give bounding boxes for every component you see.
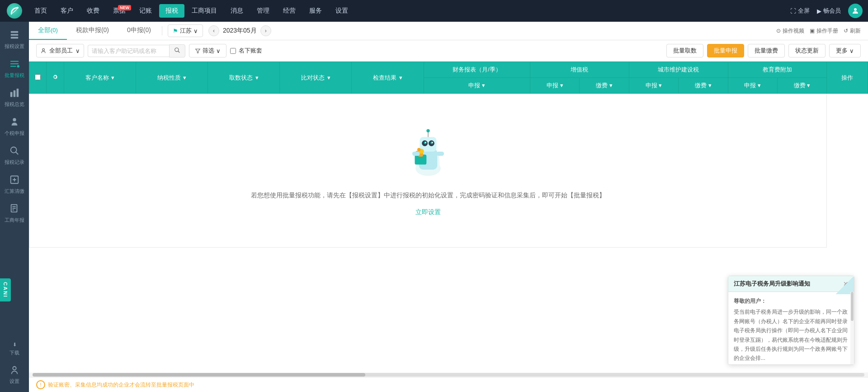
sidebar-bottom: ⬇ 下载 设置 bbox=[8, 338, 21, 392]
th-filter-city-declare[interactable]: ▾ bbox=[659, 82, 662, 89]
app-logo[interactable] bbox=[5, 2, 24, 20]
search-button[interactable] bbox=[169, 44, 185, 57]
svg-rect-5 bbox=[10, 61, 19, 62]
sidebar-label-batch-tax: 批量报税 bbox=[5, 72, 24, 79]
nav-tax[interactable]: 报税 bbox=[159, 4, 184, 18]
accounts-checkbox-wrap: 名下账套 bbox=[230, 47, 262, 55]
province-select[interactable]: ⚑ 江苏 ∨ bbox=[168, 24, 203, 37]
tax-records-icon bbox=[9, 146, 19, 157]
svg-rect-41 bbox=[412, 152, 420, 156]
status-update-btn[interactable]: 状态更新 bbox=[788, 44, 826, 57]
personal-tax-icon bbox=[9, 117, 19, 128]
sidebar: 报税设置 批量报税 报税总览 个税申报 报税记录 bbox=[0, 22, 29, 392]
prev-month-btn[interactable]: ‹ bbox=[208, 25, 219, 36]
th-edu-declare: 申报 ▾ bbox=[728, 78, 777, 94]
batch-declare-btn[interactable]: 批量申报 bbox=[707, 44, 744, 57]
sidebar-item-annual-report[interactable]: 工商年报 bbox=[0, 199, 29, 228]
sidebar-item-tax-settings[interactable]: 报税设置 bbox=[0, 25, 29, 54]
th-filter-city-pay[interactable]: ▾ bbox=[708, 82, 712, 89]
tax-overview-icon bbox=[9, 88, 19, 99]
batch-tax-icon bbox=[9, 59, 19, 70]
nav-manage[interactable]: 管理 bbox=[250, 4, 276, 18]
accounts-checkbox[interactable] bbox=[230, 48, 236, 54]
nav-service[interactable]: 服务 bbox=[303, 4, 328, 18]
employee-chevron-icon: ∨ bbox=[75, 48, 80, 54]
th-education: 教育费附加 bbox=[728, 62, 827, 78]
tab-all[interactable]: 全部(0) bbox=[29, 22, 67, 40]
th-gear bbox=[47, 62, 64, 94]
notification-scrollbar[interactable] bbox=[850, 292, 854, 364]
th-filter-edu-declare[interactable]: ▾ bbox=[758, 82, 761, 89]
nav-settings[interactable]: 设置 bbox=[329, 4, 354, 18]
svg-point-21 bbox=[42, 48, 45, 51]
next-month-btn[interactable]: › bbox=[260, 25, 271, 36]
th-filter-vat-declare[interactable]: ▾ bbox=[560, 82, 563, 89]
th-edu-pay: 缴费 ▾ bbox=[777, 78, 826, 94]
svg-rect-7 bbox=[10, 66, 16, 67]
scrollbar-thumb[interactable] bbox=[33, 373, 365, 377]
nav-operation[interactable]: 经营 bbox=[277, 4, 302, 18]
fullscreen-icon: ⛶ bbox=[790, 8, 796, 14]
svg-point-13 bbox=[11, 147, 17, 153]
employee-select[interactable]: 全部员工 ∨ bbox=[36, 44, 84, 57]
member-label: 畅会员 bbox=[823, 7, 841, 15]
search-icon bbox=[174, 47, 180, 53]
batch-fetch-btn[interactable]: 批量取数 bbox=[666, 44, 703, 57]
tab-all-label: 全部 bbox=[38, 26, 51, 33]
user-avatar[interactable] bbox=[848, 4, 863, 18]
nav-accounting[interactable]: 记账 bbox=[133, 4, 158, 18]
th-check-label: 检查结果 bbox=[373, 74, 396, 81]
th-filter-icon-tax[interactable]: ▾ bbox=[183, 74, 186, 81]
th-filter-edu-pay[interactable]: ▾ bbox=[807, 82, 810, 89]
sidebar-item-batch-tax[interactable]: 批量报税 bbox=[0, 54, 29, 83]
sidebar-item-personal-tax[interactable]: 个税申报 bbox=[0, 112, 29, 141]
nav-home[interactable]: 首页 bbox=[28, 4, 53, 18]
nav-message[interactable]: 消息 bbox=[224, 4, 250, 18]
svg-rect-4 bbox=[11, 37, 19, 39]
sidebar-download[interactable]: ⬇ 下载 bbox=[8, 338, 21, 360]
cani-badge[interactable]: CANI bbox=[0, 278, 11, 301]
th-action: 操作 bbox=[827, 62, 868, 94]
th-filter-icon-customer[interactable]: ▾ bbox=[111, 74, 114, 81]
th-filter-icon-compare[interactable]: ▾ bbox=[327, 74, 330, 81]
operation-manual-btn[interactable]: ▣ 操作手册 bbox=[810, 27, 838, 35]
member-btn[interactable]: ▶ 畅会员 bbox=[817, 7, 841, 15]
th-filter-icon-check[interactable]: ▾ bbox=[399, 74, 402, 81]
sidebar-label-tax-overview: 报税总览 bbox=[5, 101, 24, 108]
th-filter-vat-pay[interactable]: ▾ bbox=[609, 82, 613, 89]
horizontal-scrollbar[interactable] bbox=[29, 373, 868, 377]
fullscreen-btn[interactable]: ⛶ 全屏 bbox=[790, 7, 810, 15]
nav-invoice[interactable]: 票据 NEW bbox=[107, 4, 132, 18]
tab-zero-declare[interactable]: 0申报(0) bbox=[118, 22, 160, 40]
th-filter-financial[interactable]: ▾ bbox=[482, 82, 485, 89]
search-input-wrap bbox=[88, 44, 185, 57]
gear-icon bbox=[52, 74, 58, 80]
tab-tax-declare[interactable]: 税款申报(0) bbox=[67, 22, 118, 40]
search-input[interactable] bbox=[88, 45, 169, 57]
th-compare-label: 比对状态 bbox=[301, 74, 325, 81]
refresh-icon: ↺ bbox=[844, 28, 848, 34]
select-all-checkbox[interactable] bbox=[35, 74, 41, 80]
nav-business[interactable]: 工商项目 bbox=[185, 4, 223, 18]
nav-customer[interactable]: 客户 bbox=[54, 4, 80, 18]
sidebar-item-settlement[interactable]: 汇算清缴 bbox=[0, 170, 29, 199]
setup-link[interactable]: 立即设置 bbox=[415, 208, 441, 216]
warning-icon: ! bbox=[36, 380, 45, 389]
sidebar-item-tax-records[interactable]: 报税记录 bbox=[0, 141, 29, 170]
sidebar-item-tax-overview[interactable]: 报税总览 bbox=[0, 83, 29, 112]
refresh-btn[interactable]: ↺ 刷新 bbox=[844, 27, 861, 35]
nav-billing[interactable]: 收费 bbox=[80, 4, 106, 18]
filter-button[interactable]: 筛选 ∨ bbox=[189, 44, 226, 57]
svg-rect-10 bbox=[14, 91, 16, 97]
user-settings-icon bbox=[9, 365, 19, 376]
more-btn[interactable]: 更多 ∨ bbox=[829, 44, 861, 57]
bottom-warning-text: 验证账密、采集信息均成功的企业才会流转至批量报税页面中 bbox=[48, 381, 194, 389]
tab-zero-label: 0申报 bbox=[127, 26, 143, 33]
province-flag-icon: ⚑ bbox=[173, 28, 178, 34]
operation-video-btn[interactable]: ⊙ 操作视频 bbox=[776, 27, 804, 35]
th-filter-icon-fetch[interactable]: ▾ bbox=[255, 74, 259, 81]
tab-declare-label: 税款申报 bbox=[76, 26, 101, 33]
notif-scrollbar-thumb bbox=[851, 292, 854, 321]
batch-pay-btn[interactable]: 批量缴费 bbox=[748, 44, 785, 57]
sidebar-user-settings[interactable]: 设置 bbox=[8, 362, 21, 388]
